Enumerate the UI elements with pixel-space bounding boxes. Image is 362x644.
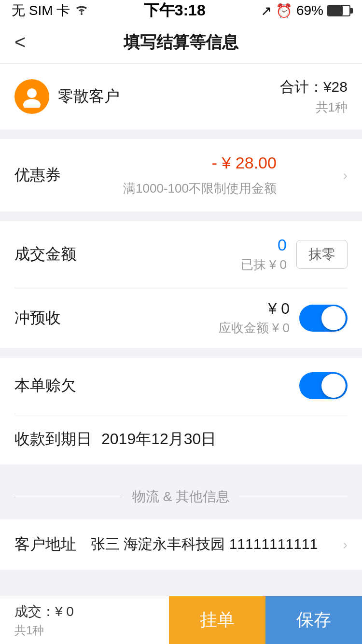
coupon-right: - ¥ 28.00 满1000-100不限制使用金额 [123,154,277,197]
prepay-right: ¥ 0 应收金额 ¥ 0 [219,300,348,336]
nav-bar: < 填写结算等信息 [0,21,362,64]
status-left: 无 SIM 卡 [12,1,88,20]
coupon-label: 优惠券 [14,165,61,186]
customer-right: 合计：¥28 共1种 [280,77,348,116]
debt-section: 本单赊欠 收款到期日 2019年12月30日 [0,358,362,464]
bottom-deal-row: 成交：¥ 0 [14,602,154,621]
prepay-label: 冲预收 [14,308,61,329]
round-button[interactable]: 抹零 [296,240,348,269]
location-icon: ↗ [261,3,272,19]
customer-count: 共1种 [280,99,348,116]
wifi-icon [75,3,88,18]
address-value: 张三 海淀永丰科技园 11111111111 [91,534,318,554]
address-left: 客户地址 张三 海淀永丰科技园 11111111111 [14,534,318,555]
transaction-right: 0 已抹 ¥ 0 抹零 [241,236,348,273]
coupon-row[interactable]: 优惠券 - ¥ 28.00 满1000-100不限制使用金额 › [0,139,362,211]
address-chevron-icon: › [343,536,348,553]
avatar [14,79,49,114]
logistics-label: 物流 & 其他信息 [123,488,239,506]
hold-button-label: 挂单 [200,608,235,632]
prepay-toggle[interactable] [299,305,348,332]
battery-icon [327,5,350,16]
customer-left: 零散客户 [14,79,120,114]
carrier-text: 无 SIM 卡 [12,1,70,20]
svg-point-1 [27,88,37,98]
customer-total: 合计：¥28 [280,77,348,97]
customer-name: 零散客户 [58,86,120,107]
status-time: 下午3:18 [144,0,206,21]
transaction-row: 成交金额 0 已抹 ¥ 0 抹零 [0,221,362,288]
svg-point-0 [81,13,83,15]
person-icon [21,85,43,108]
customer-section: 零散客户 合计：¥28 共1种 [0,64,362,129]
prepay-value: ¥ 0 [268,300,290,318]
toggle-knob [321,306,346,330]
chevron-right-icon: › [343,167,348,183]
amount-input-area: 0 已抹 ¥ 0 [241,236,287,273]
debt-toggle[interactable] [299,372,348,399]
prepay-sub: 应收金额 ¥ 0 [219,320,290,336]
deal-label: 成交： [14,604,55,619]
transaction-section: 成交金额 0 已抹 ¥ 0 抹零 冲预收 ¥ 0 应收金额 ¥ 0 [0,221,362,348]
transaction-value[interactable]: 0 [278,236,287,254]
svg-point-2 [23,99,41,108]
logistics-header: 物流 & 其他信息 [0,474,362,519]
deal-value: ¥ 0 [55,604,74,619]
bottom-info: 成交：¥ 0 共1种 [0,596,169,644]
back-button[interactable]: < [14,31,26,53]
save-button-label: 保存 [296,608,331,632]
page-title: 填写结算等信息 [124,31,238,54]
address-row[interactable]: 客户地址 张三 海淀永丰科技园 11111111111 › [0,519,362,570]
hold-button[interactable]: 挂单 [169,596,265,644]
coupon-section: 优惠券 - ¥ 28.00 满1000-100不限制使用金额 › [0,139,362,211]
coupon-desc: 满1000-100不限制使用金额 [123,180,277,197]
date-row: 收款到期日 2019年12月30日 [0,414,362,464]
due-date-label: 收款到期日 [14,429,92,450]
status-bar: 无 SIM 卡 下午3:18 ↗ ⏰ 69% [0,0,362,21]
transaction-label: 成交金额 [14,244,76,265]
bottom-bar: 成交：¥ 0 共1种 挂单 保存 [0,596,362,644]
prepay-values: ¥ 0 应收金额 ¥ 0 [219,300,290,336]
address-label: 客户地址 [14,534,76,555]
coupon-discount: - ¥ 28.00 [212,154,277,172]
prepay-row: 冲预收 ¥ 0 应收金额 ¥ 0 [0,288,362,348]
address-section: 客户地址 张三 海淀永丰科技园 11111111111 › [0,519,362,570]
customer-row: 零散客户 合计：¥28 共1种 [0,64,362,129]
transaction-sub: 已抹 ¥ 0 [241,256,287,273]
page-content: 零散客户 合计：¥28 共1种 优惠券 - ¥ 28.00 满1000-100不… [0,64,362,644]
debt-toggle-knob [321,374,346,398]
save-button[interactable]: 保存 [265,596,362,644]
status-right: ↗ ⏰ 69% [261,3,350,19]
battery-percent: 69% [296,3,323,18]
bottom-count: 共1种 [14,623,154,638]
debt-label: 本单赊欠 [14,375,76,396]
alarm-icon: ⏰ [276,3,292,19]
due-date-value[interactable]: 2019年12月30日 [101,429,216,450]
debt-row: 本单赊欠 [0,358,362,414]
